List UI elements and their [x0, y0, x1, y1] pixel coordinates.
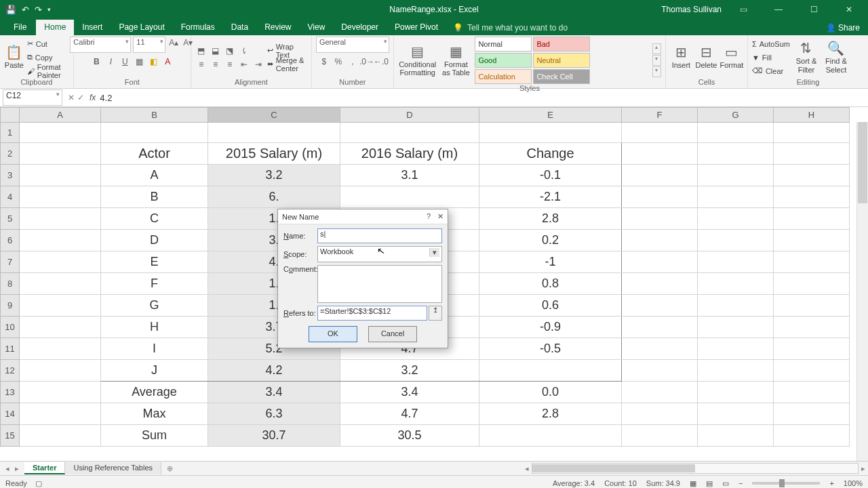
- paste-button[interactable]: 📋Paste: [4, 39, 24, 77]
- dialog-close-icon[interactable]: ✕: [437, 212, 443, 221]
- cell-A14[interactable]: [20, 403, 101, 425]
- cell-B9[interactable]: G: [101, 295, 208, 317]
- cell-A10[interactable]: [20, 317, 101, 338]
- cell-F14[interactable]: [622, 403, 698, 425]
- bold-icon[interactable]: B: [90, 56, 102, 68]
- row-header-11[interactable]: 11: [1, 338, 20, 360]
- cell-D12[interactable]: 3.2: [340, 360, 479, 382]
- cell-H13[interactable]: [774, 382, 850, 403]
- decrease-decimal-icon[interactable]: ←.0: [375, 56, 387, 68]
- cell-E7[interactable]: -1: [479, 251, 622, 273]
- cell-C12[interactable]: 4.2: [208, 360, 340, 382]
- tab-page-layout[interactable]: Page Layout: [111, 20, 172, 35]
- cell-A2[interactable]: [20, 143, 101, 165]
- share-button[interactable]: 👤 Share: [818, 20, 868, 35]
- tab-review[interactable]: Review: [256, 20, 299, 35]
- font-size-dropdown[interactable]: 11: [133, 37, 165, 53]
- font-color-icon[interactable]: A: [161, 56, 174, 68]
- cell-F2[interactable]: [622, 143, 698, 165]
- minimize-icon[interactable]: —: [765, 5, 792, 14]
- cell-H15[interactable]: [774, 425, 850, 447]
- cell-E6[interactable]: 0.2: [479, 230, 622, 251]
- cell-B7[interactable]: E: [101, 251, 208, 273]
- col-header-C[interactable]: C: [208, 108, 340, 123]
- cell-H4[interactable]: [774, 186, 850, 208]
- ribbon-options-icon[interactable]: ▭: [730, 5, 757, 14]
- tab-power-pivot[interactable]: Power Pivot: [387, 20, 446, 35]
- row-header-14[interactable]: 14: [1, 403, 20, 425]
- cell-E10[interactable]: -0.9: [479, 317, 622, 338]
- cell-G11[interactable]: [698, 338, 774, 360]
- cell-E14[interactable]: 2.8: [479, 403, 622, 425]
- col-header-G[interactable]: G: [698, 108, 774, 123]
- cut-button[interactable]: ✂Cut: [27, 38, 69, 50]
- cell-E5[interactable]: 2.8: [479, 208, 622, 230]
- cell-E3[interactable]: -0.1: [479, 165, 622, 186]
- fill-button[interactable]: ▼Fill: [752, 52, 790, 64]
- cell-A8[interactable]: [20, 273, 101, 295]
- conditional-formatting-button[interactable]: ▤Conditional Formatting: [398, 41, 437, 79]
- close-icon[interactable]: ✕: [835, 5, 863, 14]
- format-painter-button[interactable]: 🖌Format Painter: [27, 65, 69, 77]
- border-icon[interactable]: ▦: [133, 56, 145, 68]
- zoom-out-icon[interactable]: −: [738, 479, 743, 487]
- cell-E9[interactable]: 0.6: [479, 295, 622, 317]
- font-name-dropdown[interactable]: Calibri: [70, 37, 131, 53]
- zoom-in-icon[interactable]: +: [829, 479, 833, 487]
- orientation-icon[interactable]: ⤹: [238, 45, 250, 57]
- cell-E8[interactable]: 0.8: [479, 273, 622, 295]
- cell-G9[interactable]: [698, 295, 774, 317]
- zoom-slider[interactable]: [752, 482, 820, 485]
- sheet-tab-using-reference-tables[interactable]: Using Reference Tables: [65, 462, 161, 474]
- sheet-tab-starter[interactable]: Starter: [24, 462, 65, 474]
- cell-F4[interactable]: [622, 186, 698, 208]
- cell-H14[interactable]: [774, 403, 850, 425]
- cell-D15[interactable]: 30.5: [340, 425, 479, 447]
- cell-F10[interactable]: [622, 317, 698, 338]
- tab-formulas[interactable]: Formulas: [173, 20, 223, 35]
- style-bad[interactable]: Bad: [533, 37, 590, 52]
- copy-button[interactable]: ⧉Copy: [27, 52, 69, 64]
- cell-A3[interactable]: [20, 165, 101, 186]
- align-middle-icon[interactable]: ⬓: [210, 45, 222, 57]
- cell-C15[interactable]: 30.7: [208, 425, 340, 447]
- cell-B13[interactable]: Average: [101, 382, 208, 403]
- cell-H9[interactable]: [774, 295, 850, 317]
- col-header-F[interactable]: F: [622, 108, 698, 123]
- cell-E1[interactable]: [479, 123, 622, 143]
- cancel-button[interactable]: Cancel: [368, 326, 417, 342]
- cell-G13[interactable]: [698, 382, 774, 403]
- row-header-1[interactable]: 1: [1, 123, 20, 143]
- sheet-nav-next-icon[interactable]: ▸: [15, 464, 24, 473]
- cell-B6[interactable]: D: [101, 230, 208, 251]
- row-header-6[interactable]: 6: [1, 230, 20, 251]
- formula-value[interactable]: 4.2: [100, 93, 112, 103]
- macro-record-icon[interactable]: ▢: [35, 479, 42, 488]
- row-header-13[interactable]: 13: [1, 382, 20, 403]
- cell-B3[interactable]: A: [101, 165, 208, 186]
- cell-G12[interactable]: [698, 360, 774, 382]
- cell-B15[interactable]: Sum: [101, 425, 208, 447]
- cell-C3[interactable]: 3.2: [208, 165, 340, 186]
- select-all[interactable]: [1, 108, 20, 123]
- cancel-formula-icon[interactable]: ✕: [68, 93, 75, 102]
- enter-formula-icon[interactable]: ✓: [77, 93, 84, 102]
- row-header-10[interactable]: 10: [1, 317, 20, 338]
- cell-A6[interactable]: [20, 230, 101, 251]
- align-bottom-icon[interactable]: ⬔: [224, 45, 236, 57]
- cell-B12[interactable]: J: [101, 360, 208, 382]
- horizontal-scrollbar[interactable]: ◂ ▸: [178, 463, 868, 474]
- increase-indent-icon[interactable]: ⇥: [252, 58, 264, 70]
- cell-F5[interactable]: [622, 208, 698, 230]
- vertical-scrollbar[interactable]: [856, 122, 868, 461]
- cell-A9[interactable]: [20, 295, 101, 317]
- row-header-7[interactable]: 7: [1, 251, 20, 273]
- row-header-2[interactable]: 2: [1, 143, 20, 165]
- row-header-12[interactable]: 12: [1, 360, 20, 382]
- style-neutral[interactable]: Neutral: [533, 53, 590, 68]
- decrease-indent-icon[interactable]: ⇤: [238, 58, 250, 70]
- range-picker-icon[interactable]: ↥: [429, 306, 442, 321]
- row-header-3[interactable]: 3: [1, 165, 20, 186]
- cell-G15[interactable]: [698, 425, 774, 447]
- cell-A5[interactable]: [20, 208, 101, 230]
